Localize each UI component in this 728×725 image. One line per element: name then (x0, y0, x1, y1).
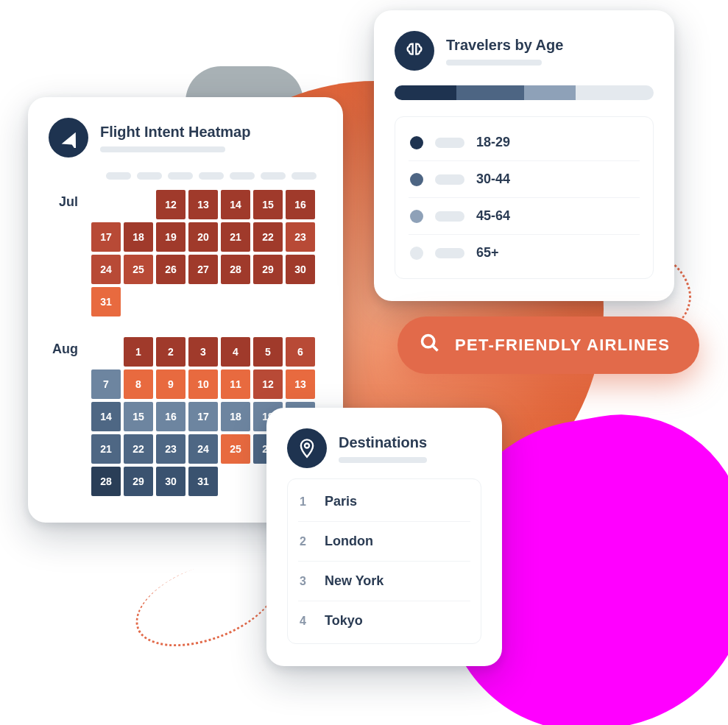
age-segment (576, 85, 654, 100)
heatmap-cell[interactable]: 23 (156, 434, 185, 464)
destination-row[interactable]: 2London (298, 522, 470, 562)
heatmap-cell (91, 190, 121, 219)
heatmap-cell[interactable]: 5 (253, 337, 283, 367)
day-of-week-row (49, 172, 322, 180)
card-title: Travelers by Age (446, 37, 563, 54)
heatmap-cell[interactable]: 9 (156, 369, 185, 399)
heatmap-cell[interactable]: 11 (221, 369, 250, 399)
pill-label: PET-FRIENDLY AIRLINES (455, 336, 670, 355)
heatmap-cell[interactable]: 4 (221, 337, 250, 367)
card-header: Travelers by Age (395, 31, 654, 71)
heatmap-cell[interactable]: 21 (91, 434, 121, 464)
heatmap-cell[interactable]: 15 (124, 402, 153, 431)
heatmap-cell[interactable]: 14 (91, 402, 121, 431)
heatmap-cell[interactable]: 2 (156, 337, 185, 367)
destination-name: London (325, 534, 373, 549)
heatmap-cell[interactable]: 31 (188, 467, 218, 496)
heatmap-cell[interactable]: 22 (253, 222, 283, 252)
heatmap-cell[interactable]: 24 (91, 255, 121, 284)
legend-placeholder (435, 174, 464, 185)
heatmap-cell[interactable]: 25 (124, 255, 153, 284)
heatmap-cell[interactable]: 17 (91, 222, 121, 252)
month-jul: Jul 121314151617181920212223242526272829… (49, 190, 322, 316)
heatmap-cell[interactable]: 13 (286, 369, 315, 399)
heatmap-cell[interactable]: 27 (188, 255, 218, 284)
subtitle-placeholder (446, 60, 542, 66)
heatmap-cell[interactable]: 15 (253, 190, 283, 219)
age-distribution-bar (395, 85, 654, 100)
heatmap-cell[interactable]: 6 (286, 337, 315, 367)
heatmap-cell (91, 337, 121, 367)
heatmap-cell[interactable]: 22 (124, 434, 153, 464)
card-title: Destinations (339, 434, 427, 451)
subtitle-placeholder (339, 457, 427, 463)
age-segment (524, 85, 576, 100)
destination-row[interactable]: 3New York (298, 562, 470, 601)
subtitle-placeholder (100, 146, 225, 152)
heatmap-cell[interactable]: 8 (124, 369, 153, 399)
destination-row[interactable]: 1Paris (298, 482, 470, 522)
heatmap-cell[interactable]: 25 (221, 434, 250, 464)
destination-rank: 1 (300, 495, 313, 509)
plane-icon (49, 118, 88, 158)
heatmap-cell[interactable]: 7 (91, 369, 121, 399)
heatmap-cell[interactable]: 20 (188, 222, 218, 252)
heatmap-cell[interactable]: 28 (221, 255, 250, 284)
month-label: Jul (49, 194, 78, 210)
card-title: Flight Intent Heatmap (100, 124, 250, 141)
destination-name: Paris (325, 494, 357, 509)
heatmap-cell[interactable]: 30 (286, 255, 315, 284)
legend-label: 30-44 (476, 171, 510, 187)
heatmap-cell[interactable]: 19 (156, 222, 185, 252)
heatmap-cell[interactable]: 3 (188, 337, 218, 367)
heatmap-cell[interactable]: 16 (286, 190, 315, 219)
destination-rank: 4 (300, 615, 313, 628)
destination-rank: 3 (300, 575, 313, 588)
month-label: Aug (49, 342, 78, 357)
legend-swatch (410, 173, 423, 186)
heatmap-cell[interactable]: 18 (124, 222, 153, 252)
card-header: Destinations (287, 428, 481, 468)
heatmap-cell[interactable]: 13 (188, 190, 218, 219)
heatmap-cell[interactable]: 21 (221, 222, 250, 252)
legend-placeholder (435, 248, 464, 258)
legend-swatch (410, 136, 423, 149)
heatmap-cell[interactable]: 23 (286, 222, 315, 252)
age-segment (456, 85, 524, 100)
legend-placeholder (435, 138, 464, 148)
heatmap-cell (188, 287, 218, 316)
heatmap-cell (124, 190, 153, 219)
heatmap-cell[interactable]: 24 (188, 434, 218, 464)
legend-row: 65+ (409, 234, 640, 271)
dotted-path (124, 544, 288, 663)
heatmap-cell[interactable]: 10 (188, 369, 218, 399)
heatmap-cell[interactable]: 30 (156, 467, 185, 496)
heatmap-cell[interactable]: 18 (221, 402, 250, 431)
heatmap-cell (124, 287, 153, 316)
legend-label: 45-64 (476, 208, 510, 224)
legend-row: 30-44 (409, 160, 640, 197)
destination-row[interactable]: 4Tokyo (298, 601, 470, 640)
pet-friendly-airlines-pill[interactable]: PET-FRIENDLY AIRLINES (397, 316, 699, 374)
destination-name: New York (325, 573, 384, 589)
legend-swatch (410, 210, 423, 223)
legend-placeholder (435, 211, 464, 222)
heatmap-cell (221, 287, 250, 316)
travelers-card: Travelers by Age 18-2930-4445-6465+ (374, 10, 674, 301)
age-legend: 18-2930-4445-6465+ (395, 116, 654, 279)
age-segment (395, 85, 456, 100)
heatmap-cell[interactable]: 29 (253, 255, 283, 284)
heatmap-cell[interactable]: 29 (124, 467, 153, 496)
heatmap-cell[interactable]: 26 (156, 255, 185, 284)
heatmap-cell[interactable]: 1 (124, 337, 153, 367)
destinations-card: Destinations 1Paris2London3New York4Toky… (266, 408, 502, 666)
heatmap-cell[interactable]: 31 (91, 287, 121, 316)
heatmap-cell[interactable]: 28 (91, 467, 121, 496)
legend-swatch (410, 247, 423, 260)
heatmap-cell (286, 287, 315, 316)
heatmap-cell[interactable]: 12 (156, 190, 185, 219)
heatmap-cell[interactable]: 17 (188, 402, 218, 431)
heatmap-cell[interactable]: 12 (253, 369, 283, 399)
heatmap-cell[interactable]: 14 (221, 190, 250, 219)
heatmap-cell[interactable]: 16 (156, 402, 185, 431)
